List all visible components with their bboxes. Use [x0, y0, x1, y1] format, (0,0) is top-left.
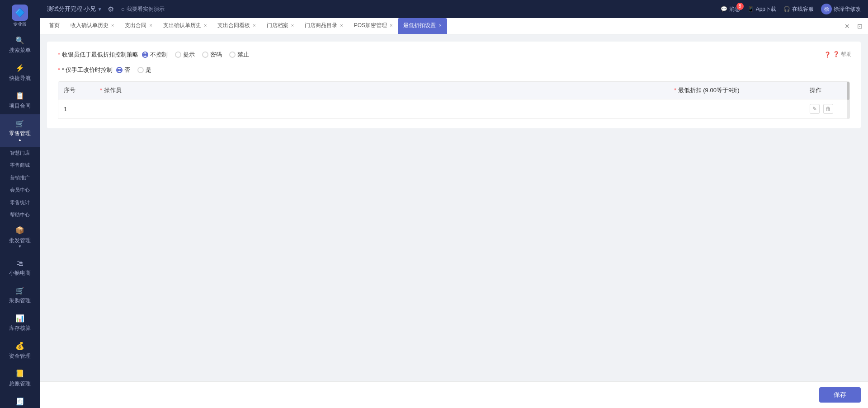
sidebar-item-wholesale-label: 批发管理 [9, 237, 31, 244]
sidebar-item-purchase[interactable]: 🛒 采购管理 [0, 281, 40, 309]
tab-payment-contract-close[interactable]: × [149, 23, 152, 28]
radio-forbid[interactable]: 禁止 [229, 51, 249, 59]
sidebar-item-accounting[interactable]: 📒 总账管理 [0, 364, 40, 392]
radio-forbid-label: 禁止 [237, 51, 249, 59]
sidebar-item-mall[interactable]: 零售商城 [0, 159, 40, 171]
radio-no-circle [116, 67, 123, 73]
tab-expand-btn[interactable]: ⊡ [855, 22, 864, 31]
topbar-message-btn[interactable]: 💬 消息 8 [721, 5, 740, 13]
search-icon: 🔍 [15, 36, 24, 46]
sidebar-item-search[interactable]: 🔍 搜索菜单 [0, 31, 40, 59]
table-body: 1 ✎ 🗑 [58, 99, 849, 119]
settings-card: ❓ ❓ 帮助 收银员低于最低折扣控制策略 不控制 提示 [47, 42, 861, 128]
tab-payment-contract[interactable]: 支出合同 × [119, 18, 157, 34]
sidebar-item-finance[interactable]: 💰 资金管理 [0, 337, 40, 364]
table-header: 序号 操作员 最低折扣 (9.00等于9折) 操作 [58, 82, 849, 99]
tab-close-btn[interactable]: ✕ [843, 22, 852, 31]
topbar-right: 💬 消息 8 📱 App下载 🎧 在线客服 徐 徐泽华修改 [721, 4, 861, 14]
purchase-icon: 🛒 [15, 286, 24, 296]
sidebar-item-member[interactable]: 会员中心 [0, 184, 40, 196]
sidebar-item-help[interactable]: 帮助中心 [0, 209, 40, 221]
tab-store-archive-close[interactable]: × [291, 23, 294, 28]
topbar-user-name: 徐泽华修改 [834, 5, 861, 13]
tab-store-archive[interactable]: 门店档案 × [261, 18, 299, 34]
message-badge: 8 [736, 3, 744, 10]
save-button[interactable]: 保存 [819, 387, 861, 403]
manual-price-label: * 仅手工改价时控制 [58, 66, 113, 74]
topbar-customer-service-btn[interactable]: 🎧 在线客服 [783, 5, 814, 13]
radio-yes[interactable]: 是 [137, 66, 151, 74]
sidebar-item-smart-store[interactable]: 智慧门店 [0, 147, 40, 159]
sidebar-item-stats[interactable]: 零售统计 [0, 197, 40, 209]
tab-pos-password[interactable]: POS加密管理 × [349, 18, 398, 34]
radio-no-label: 否 [124, 66, 130, 74]
topbar-demo-btn[interactable]: ○ 我要看实例演示 [121, 5, 165, 13]
delete-btn[interactable]: 🗑 [823, 104, 833, 114]
help-btn[interactable]: ❓ ❓ 帮助 [824, 51, 852, 58]
sidebar-item-project[interactable]: 📋 项目合同 [0, 86, 40, 114]
table-scrollbar[interactable] [847, 82, 849, 119]
retail-expand-arrow: ▲ [18, 137, 22, 142]
discount-policy-label: 收银员低于最低折扣控制策略 [58, 51, 138, 59]
radio-password-label: 密码 [210, 51, 222, 59]
tab-income-confirm[interactable]: 收入确认单历史 × [65, 18, 119, 34]
app-logo-icon: 🔷 [12, 5, 28, 21]
col-operator: 操作员 [94, 82, 669, 99]
radio-no-control-label: 不控制 [150, 51, 168, 59]
sidebar-item-purchase-label: 采购管理 [9, 297, 31, 305]
tab-store-product-close[interactable]: × [340, 23, 343, 28]
tab-pos-password-close[interactable]: × [390, 23, 392, 28]
message-icon: 💬 [721, 6, 727, 12]
project-icon: 📋 [15, 91, 24, 101]
topbar-project-name: 测试分开完程·小兄 [47, 5, 96, 13]
content-area: ❓ ❓ 帮助 收银员低于最低折扣控制策略 不控制 提示 [40, 34, 868, 381]
tab-income-confirm-close[interactable]: × [111, 23, 114, 28]
sidebar-item-ecom[interactable]: 🛍 小畅电商 [0, 254, 40, 281]
topbar-demo-text: 我要看实例演示 [127, 5, 165, 13]
sidebar-item-invoice[interactable]: 🧾 发票管理 [0, 392, 40, 408]
finance-icon: 💰 [15, 341, 24, 351]
tab-payment-confirm-close[interactable]: × [204, 23, 207, 28]
user-avatar: 徐 [821, 4, 832, 14]
radio-hint[interactable]: 提示 [175, 51, 195, 59]
tab-payment-confirm[interactable]: 支出确认单历史 × [158, 18, 212, 34]
tab-min-discount-label: 最低折扣设置 [403, 22, 436, 29]
retail-icon: 🛒 [15, 119, 24, 129]
wholesale-collapse-arrow: ▼ [18, 244, 22, 249]
sidebar-item-inventory[interactable]: 📊 库存核算 [0, 309, 40, 337]
discount-policy-options: 不控制 提示 密码 禁止 [142, 51, 249, 59]
topbar-app-download-btn[interactable]: 📱 App下载 [747, 5, 776, 13]
sidebar-item-retail[interactable]: 🛒 零售管理 ▲ [0, 114, 40, 147]
tab-home[interactable]: 首页 [43, 18, 65, 34]
sidebar-item-nav[interactable]: ⚡ 快捷导航 [0, 59, 40, 86]
radio-forbid-circle [229, 52, 236, 58]
topbar-user-btn[interactable]: 徐 徐泽华修改 [821, 4, 861, 14]
edit-btn[interactable]: ✎ [810, 104, 820, 114]
sidebar-item-marketing[interactable]: 营销推广 [0, 172, 40, 184]
tabbar: 首页 收入确认单历史 × 支出合同 × 支出确认单历史 × 支出合同看板 × 门… [40, 18, 868, 34]
main-area: 测试分开完程·小兄 ▼ ⚙ ○ 我要看实例演示 💬 消息 8 📱 App下载 🎧… [40, 0, 868, 408]
help-label: ❓ 帮助 [833, 51, 852, 58]
discount-policy-row: 收银员低于最低折扣控制策略 不控制 提示 密码 [58, 51, 850, 59]
cell-operator [94, 99, 669, 118]
topbar-project[interactable]: 测试分开完程·小兄 ▼ [47, 5, 102, 13]
sidebar-item-wholesale[interactable]: 📦 批发管理 ▼ [0, 221, 40, 253]
tab-store-product[interactable]: 门店商品目录 × [299, 18, 348, 34]
demo-icon: ○ [121, 5, 125, 13]
sidebar-item-project-label: 项目合同 [9, 102, 31, 110]
tab-min-discount-close[interactable]: × [439, 23, 441, 28]
topbar-settings-btn[interactable]: ⚙ [108, 5, 114, 14]
customer-service-icon: 🎧 [783, 6, 790, 12]
col-actions: 操作 [804, 82, 849, 99]
radio-no-control[interactable]: 不控制 [142, 51, 168, 59]
radio-yes-circle [137, 67, 144, 73]
tab-payment-confirm-label: 支出确认单历史 [163, 22, 201, 29]
table-row: 1 ✎ 🗑 [58, 99, 849, 119]
tab-payment-contract-label: 支出合同 [125, 22, 146, 29]
tab-payment-contract-board-label: 支出合同看板 [217, 22, 250, 29]
tab-payment-contract-board[interactable]: 支出合同看板 × [212, 18, 261, 34]
tab-min-discount[interactable]: 最低折扣设置 × [398, 18, 447, 34]
tab-payment-contract-board-close[interactable]: × [253, 23, 255, 28]
radio-password[interactable]: 密码 [202, 51, 222, 59]
radio-no[interactable]: 否 [116, 66, 130, 74]
